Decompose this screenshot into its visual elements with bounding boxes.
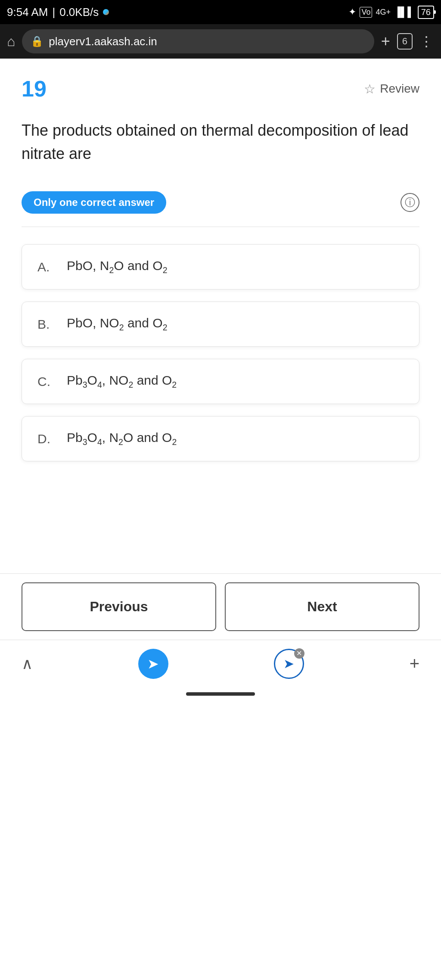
- browser-bar: ⌂ 🔒 playerv1.aakash.ac.in + 6 ⋮: [0, 24, 441, 59]
- option-d-text: Pb3O4, N2O and O2: [67, 430, 177, 447]
- network-type-icon: 4G+: [376, 8, 391, 17]
- url-bar[interactable]: 🔒 playerv1.aakash.ac.in: [22, 29, 374, 53]
- new-tab-button[interactable]: +: [381, 32, 390, 50]
- status-right: ✦ Vo 4G+ ▐▌▌ 76: [348, 6, 434, 19]
- lock-icon: 🔒: [31, 35, 43, 47]
- star-icon: ☆: [364, 81, 376, 96]
- question-number: 19: [22, 76, 47, 102]
- option-c[interactable]: C. Pb3O4, NO2 and O2: [22, 359, 419, 404]
- more-options-button[interactable]: ⋮: [419, 33, 434, 50]
- collapse-button[interactable]: ∧: [22, 655, 33, 673]
- review-button[interactable]: ☆ Review: [364, 81, 419, 96]
- inner-arrow-icon: ➤: [283, 656, 294, 671]
- url-text: playerv1.aakash.ac.in: [49, 35, 365, 48]
- circle-nav-button[interactable]: ➤ ✕: [274, 649, 304, 679]
- option-c-text: Pb3O4, NO2 and O2: [67, 373, 177, 390]
- nav-arrow-icon: ➤: [138, 649, 168, 679]
- main-content: 19 ☆ Review The products obtained on the…: [0, 59, 441, 573]
- home-pill: [186, 692, 255, 696]
- option-b[interactable]: B. PbO, NO2 and O2: [22, 302, 419, 347]
- options-container: A. PbO, N2O and O2 B. PbO, NO2 and O2 C.…: [22, 244, 419, 461]
- review-label: Review: [380, 82, 419, 96]
- data-indicator-dot: [103, 9, 109, 15]
- question-text: The products obtained on thermal decompo…: [22, 119, 419, 165]
- option-b-text: PbO, NO2 and O2: [67, 316, 167, 333]
- close-dot-icon: ✕: [294, 648, 304, 659]
- option-a[interactable]: A. PbO, N2O and O2: [22, 244, 419, 289]
- home-icon: ⌂: [7, 34, 15, 50]
- option-c-letter: C.: [37, 374, 55, 389]
- bluetooth-icon: ✦: [348, 6, 356, 18]
- time-display: 9:54 AM: [7, 6, 48, 19]
- answer-type-badge: Only one correct answer: [22, 191, 166, 214]
- add-button[interactable]: +: [410, 654, 419, 673]
- option-b-letter: B.: [37, 317, 55, 332]
- next-button[interactable]: Next: [225, 582, 419, 631]
- browser-actions: + 6 ⋮: [381, 32, 434, 50]
- section-divider: [22, 227, 419, 227]
- answer-type-row: Only one correct answer ⓘ: [22, 191, 419, 214]
- option-a-letter: A.: [37, 260, 55, 274]
- navigation-arrow-button[interactable]: ➤: [138, 649, 168, 679]
- info-icon: ⓘ: [405, 196, 415, 209]
- status-bar: 9:54 AM | 0.0KB/s ✦ Vo 4G+ ▐▌▌ 76: [0, 0, 441, 24]
- circle-nav-icon: ➤ ✕: [274, 649, 304, 679]
- info-button[interactable]: ⓘ: [401, 193, 419, 212]
- battery-indicator: 76: [418, 6, 434, 19]
- network-speed: |: [52, 6, 55, 19]
- network-data: 0.0KB/s: [59, 6, 99, 19]
- signal-icon: ▐▌▌: [394, 6, 414, 18]
- bottom-nav-bar: ∧ ➤ ➤ ✕ +: [0, 640, 441, 687]
- option-d-letter: D.: [37, 432, 55, 446]
- chevron-up-icon: ∧: [22, 655, 33, 673]
- home-indicator: [0, 687, 441, 701]
- plus-icon: +: [410, 654, 419, 673]
- content-spacer: [22, 487, 419, 573]
- previous-button[interactable]: Previous: [22, 582, 216, 631]
- status-left: 9:54 AM | 0.0KB/s: [7, 6, 109, 19]
- question-header: 19 ☆ Review: [22, 76, 419, 102]
- nav-buttons: Previous Next: [0, 573, 441, 640]
- arrow-icon: ➤: [147, 656, 159, 672]
- tab-count[interactable]: 6: [397, 33, 413, 50]
- home-button[interactable]: ⌂: [7, 34, 15, 50]
- option-a-text: PbO, N2O and O2: [67, 258, 168, 275]
- option-d[interactable]: D. Pb3O4, N2O and O2: [22, 416, 419, 461]
- vo-lte-icon: Vo: [360, 7, 372, 18]
